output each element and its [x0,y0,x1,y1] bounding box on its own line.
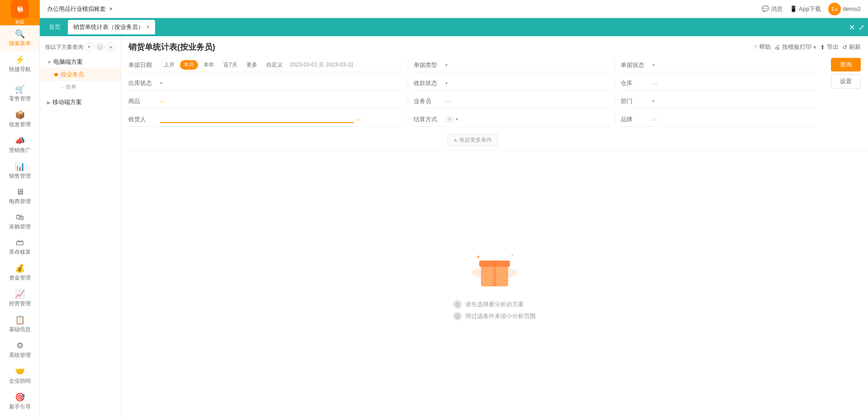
page-title: 销货单统计表(按业务员) [128,42,215,52]
filter-row-2: 出库状态 ▾ 收款状态 ▾ [128,76,816,90]
filter-salesperson-field: 业务员 ··· [414,94,609,109]
warehouse-dots[interactable]: ··· [652,80,658,87]
receiver-value: ··· [160,115,402,123]
app-download-icon: 📱 [790,5,797,12]
settle-label: 结算方式 [414,115,445,124]
filter-actions: ∧ 收起更多条件 [128,130,816,150]
app-logo: 畅 标版 [0,0,40,25]
hint-text-2: 用过滤条件来缩小分析范围 [465,312,536,320]
mobile-group-arrow: ▶ [47,100,51,105]
app-download-button[interactable]: 📱 App下载 [790,5,821,13]
date-tab-7days[interactable]: 近7天 [220,60,241,70]
active-tab-label: 销货单统计表（按业务员） [73,23,144,31]
dept-dropdown[interactable]: ▾ [652,99,816,104]
collapse-button[interactable]: ∧ 收起更多条件 [448,134,498,146]
sidebar-item-basic[interactable]: 📋 基础信息 [0,311,39,337]
expand-window-icon[interactable]: ⤢ [859,23,864,32]
outstatus-dropdown[interactable]: ▾ [160,81,402,86]
date-tab-this-year[interactable]: 本年 [200,60,218,70]
sidebar-item-inventory[interactable]: 🗃 库存核算 [0,234,39,260]
brand-dots[interactable]: ··· [652,116,658,123]
filter-docstatus-field: 单据状态 ▾ [621,58,816,72]
settings-button[interactable]: 设置 [831,74,861,89]
scheme-collapse-button[interactable]: « [106,43,115,52]
sidebar-item-quicknav[interactable]: ⚡ 快捷导航 [0,51,39,77]
receiver-label: 收货人 [128,115,160,124]
query-button[interactable]: 查询 [831,58,861,71]
date-tab-prev-month[interactable]: 上月 [160,60,178,70]
scheme-edit-button[interactable]: ✎ [95,43,104,52]
scheme-pc-title[interactable]: ▼ 电脑端方案 [40,56,121,68]
topbar: 办公用品行业模拟账套 ▾ 💬 消息 📱 App下载 Ea demo2 [40,0,868,18]
sidebar-item-collab[interactable]: 🤝 企业协同 [0,363,39,389]
close-window-icon[interactable]: ✕ [849,23,855,32]
outstatus-label: 出库状态 [128,79,160,87]
scheme-header-label: 按以下方案查询 [45,43,83,51]
sidebar-inventory-label: 库存核算 [9,248,31,256]
sidebar-item-ecommerce[interactable]: 🖥 电商管理 [0,184,39,209]
scheme-salesperson-label: 按业务员 [61,71,84,79]
sidebar-item-appcenter[interactable]: 🔲 应用中心 [0,414,39,418]
sidebar-item-sales[interactable]: 📊 销售管理 [0,158,39,184]
scheme-mobile-title[interactable]: ▶ 移动端方案 [40,96,121,108]
hint-text-1: 请先选择要分析的方案 [465,300,524,309]
sidebar-item-operations[interactable]: 📈 经营管理 [0,285,39,311]
filter-row-1: 单据日期 上月 本月 本年 近7天 更多 自定义 20 [128,58,816,72]
tab-home[interactable]: 首页 [43,20,66,34]
message-button[interactable]: 💬 消息 [762,5,783,13]
goods-dots[interactable]: ··· [160,98,165,105]
svg-text:✦: ✦ [510,253,514,258]
refresh-button[interactable]: ↺ 刷新 [842,43,861,51]
sidebar-marketing-label: 营销推广 [9,147,31,154]
salesperson-dots[interactable]: ··· [445,98,451,105]
date-tabs: 上月 本月 本年 近7天 更多 自定义 [160,60,286,70]
message-label: 消息 [771,5,783,13]
export-icon: ⬆ [820,44,825,51]
operations-icon: 📈 [15,289,25,299]
filter-settle-field: 结算方式 × ▾ [414,112,609,127]
receiver-input[interactable] [160,115,354,123]
receiptstatus-dropdown[interactable]: ▾ [445,81,609,86]
sidebar-sales-label: 销售管理 [9,172,31,180]
refresh-icon: ↺ [842,44,847,51]
topbar-dropdown-icon[interactable]: ▾ [109,5,113,12]
collapse-label: 收起更多条件 [459,136,492,144]
scheme-sub-by-doc[interactable]: ─ 按单 [40,81,121,93]
svg-text:✎: ✎ [99,46,102,50]
finance-icon: 💰 [15,263,25,273]
topbar-left: 办公用品行业模拟账套 ▾ [47,5,113,13]
tab-sales-stat[interactable]: 销货单统计表（按业务员） × [68,20,155,34]
date-value: 上月 本月 本年 近7天 更多 自定义 2023-03-01 至 2023-03… [160,60,402,70]
user-profile[interactable]: Ea demo2 [828,3,861,15]
sidebar-item-purchase[interactable]: 🛍 采购管理 [0,209,39,234]
date-tab-more[interactable]: 更多 [243,60,261,70]
settle-value: × ▾ [445,116,609,123]
sidebar-item-wholesale[interactable]: 📦 批发管理 [0,106,39,132]
export-button[interactable]: ⬆ 导出 [820,43,839,51]
filter-dept-field: 部门 ▾ [621,94,816,109]
date-tab-custom[interactable]: 自定义 [263,60,286,70]
scheme-pc-group: ▼ 电脑端方案 按业务员 ─ 按单 [40,54,121,95]
print-button[interactable]: 🖨 按模板打印 ▾ [774,43,816,51]
doctype-dropdown[interactable]: ▾ [445,62,609,67]
date-tab-this-month[interactable]: 本月 [180,60,198,70]
tab-close-icon[interactable]: × [146,24,150,30]
sidebar-item-system[interactable]: ⚙ 系统管理 [0,337,39,363]
settle-clear-icon[interactable]: × [448,116,451,123]
docstatus-dropdown[interactable]: ▾ [652,62,816,67]
filter-receiver-field: 收货人 ··· [128,112,402,127]
sidebar-item-search[interactable]: 🔍 搜索菜单 [0,25,39,51]
scheme-add-button[interactable]: + [85,43,94,52]
sidebar-retail-label: 零售管理 [9,95,31,103]
empty-state: ✦ ✦ · 1 请先选择要分析的方案 2 用过滤条件来缩小分析范围 [121,150,868,418]
help-button[interactable]: ? 帮助 [754,43,771,51]
sidebar-item-guide[interactable]: 🎯 新手引导 [0,389,39,414]
filter-goods-field: 商品 ··· [128,94,402,109]
help-icon: ? [754,44,757,51]
sidebar-item-marketing[interactable]: 📣 营销推广 [0,132,39,158]
tabbar: 首页 销货单统计表（按业务员） × ✕ ⤢ [40,18,868,36]
receiver-dots[interactable]: ··· [356,116,361,123]
sidebar-item-finance[interactable]: 💰 资金管理 [0,260,39,285]
sidebar-item-retail[interactable]: 🛒 零售管理 [0,81,39,106]
scheme-item-by-salesperson[interactable]: 按业务员 [40,68,121,81]
